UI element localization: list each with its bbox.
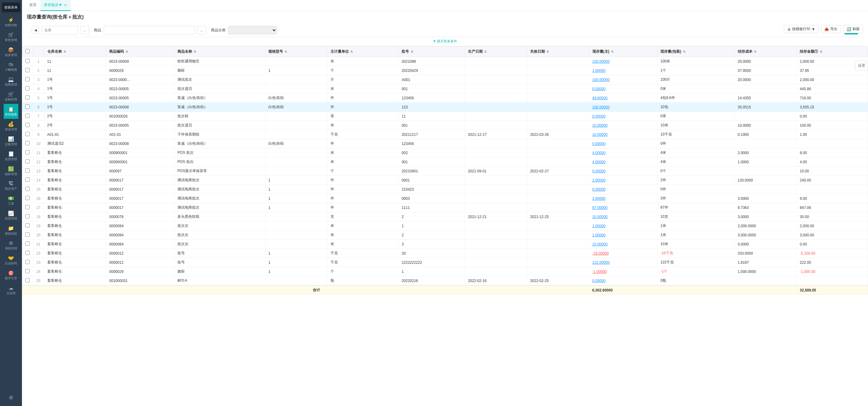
expand-conditions-btn[interactable]: ▼ 展开更多条件: [433, 39, 457, 43]
sidebar-item-sys-mgmt[interactable]: ⚙系统管理: [4, 238, 18, 253]
payroll-icon: 💵: [8, 196, 14, 201]
tab-bar: 首页 库存批次▼ ✕: [22, 0, 868, 11]
basic-info-icon: 📁: [8, 225, 14, 231]
row-checkbox[interactable]: [25, 241, 30, 246]
row-checkbox[interactable]: [25, 141, 30, 145]
product-input[interactable]: [104, 26, 195, 34]
sidebar-item-payroll[interactable]: 💵工资: [4, 193, 18, 208]
gear-icon: ⚙: [9, 395, 13, 401]
category-label: 商品分类: [211, 28, 226, 33]
table-row: 11 畜客粮仓 000900001 POS 批次 米 002 4.00000 4…: [22, 148, 868, 158]
sidebar-item-fixed-assets[interactable]: 🏗固定资产: [4, 178, 18, 193]
table-row: 4 1号 0023-00005 批次遗贝 米 001 0.00000 0米 44…: [22, 84, 868, 94]
settings-panel-btn[interactable]: 设置: [855, 61, 868, 70]
row-checkbox[interactable]: [25, 95, 30, 100]
table-row: 23 畜客粮仓 0000012 批号 1 千克 1222222222 122.0…: [22, 258, 868, 267]
sidebar-item-small-ecom[interactable]: 🛍小畅电商: [4, 59, 18, 74]
sidebar-item-ecom-mgmt[interactable]: 💻电商管理: [4, 74, 18, 89]
row-checkbox[interactable]: [25, 251, 30, 255]
ecom-mgmt-icon: 💻: [8, 76, 14, 82]
small-ecom-icon: 🛍: [8, 62, 13, 67]
table-row: 13 畜客粮仓 000097 POS显示率保异常 个 20210901 2021…: [22, 167, 868, 176]
cloud-apps-icon: ☁: [8, 285, 13, 291]
sidebar-item-inventory-check[interactable]: 📋库存核查: [4, 104, 18, 119]
sidebar-item-ops-mgmt[interactable]: 📈经营管理: [4, 208, 18, 223]
tab-inventory-batch[interactable]: 库存批次▼ ✕: [40, 0, 71, 11]
search-back-btn[interactable]: ◀: [32, 27, 39, 34]
sidebar-item-cloud-apps[interactable]: ☁云应用: [4, 283, 18, 298]
table-row: 16 畜客粮仓 0000017 测试电商批次 1 件 0003 3.00000 …: [22, 194, 868, 203]
row-checkbox[interactable]: [25, 223, 30, 228]
sidebar-item-report-mgmt[interactable]: 📊总账管理: [4, 134, 18, 149]
product-ellipsis-btn[interactable]: ...: [197, 26, 206, 34]
page-actions: 🖨 按模板打印 ▼ 📤 导出 🔄 刷新: [784, 25, 863, 33]
row-checkbox[interactable]: [25, 104, 30, 109]
sidebar-item-quick-nav[interactable]: ⚡快捷导航: [4, 14, 18, 30]
inventory-table: 仓库名称 ⇅ 商品编码 ⇅ 商品名称 ⇅ 规格型号 ⇅ 主计量单位 ⇅ 批号 ⇅…: [22, 46, 868, 295]
th-no: [33, 46, 44, 57]
row-checkbox[interactable]: [25, 232, 30, 237]
row-checkbox[interactable]: [25, 68, 30, 72]
export-icon: 📤: [825, 27, 829, 31]
table-container[interactable]: 仓库名称 ⇅ 商品编码 ⇅ 商品名称 ⇅ 规格型号 ⇅ 主计量单位 ⇅ 批号 ⇅…: [22, 46, 868, 406]
sidebar-item-basic-info[interactable]: 📁基础信息: [4, 223, 18, 238]
report-mgmt-icon: 📊: [8, 136, 14, 142]
th-prod-date: 生产日期 ⇅: [465, 46, 527, 57]
row-checkbox[interactable]: [25, 269, 30, 273]
table-row: 6 1号 0023-00008 富减（白色/灰棕） 白色/灰棕 件 123 10…: [22, 103, 868, 112]
th-unit: 主计量单位 ⇅: [327, 46, 399, 57]
sys-mgmt-icon: ⚙: [9, 240, 13, 246]
refresh-btn[interactable]: 🔄 刷新: [843, 25, 863, 33]
row-checkbox[interactable]: [25, 113, 30, 118]
row-checkbox[interactable]: [25, 159, 30, 164]
sidebar-item-asset-mgmt[interactable]: 💰资金管理: [4, 119, 18, 134]
table-header-row: 仓库名称 ⇅ 商品编码 ⇅ 商品名称 ⇅ 规格型号 ⇅ 主计量单位 ⇅ 批号 ⇅…: [22, 46, 868, 57]
row-checkbox[interactable]: [25, 260, 30, 264]
table-row: 20 畜客粮仓 0000084 批次次 米 2 1.00000 1米 3,000…: [22, 231, 868, 240]
corp-collab-icon: 🤝: [8, 255, 14, 261]
row-checkbox[interactable]: [25, 196, 30, 200]
th-qty-stock: 现存量(包装) ⇅: [657, 46, 735, 57]
th-spec: 规格型号 ⇅: [265, 46, 328, 57]
th-batch: 批号 ⇅: [399, 46, 465, 57]
export-btn[interactable]: 📤 导出: [821, 25, 841, 33]
tab-close-icon[interactable]: ✕: [64, 3, 67, 7]
row-checkbox[interactable]: [25, 205, 30, 209]
sidebar-item-retail-mgmt[interactable]: 🛒零售管理: [4, 30, 18, 44]
sidebar-item-purchase-mgmt[interactable]: 🛒采购管理: [4, 89, 18, 104]
inventory-check-icon: 📋: [8, 106, 14, 112]
select-all-checkbox[interactable]: [25, 49, 30, 53]
fixed-assets-icon: 🏗: [8, 181, 13, 187]
invoice-mgmt-icon: 🧾: [8, 151, 14, 157]
row-checkbox[interactable]: [25, 59, 30, 63]
sidebar-item-tax-mgmt[interactable]: 💹税务管理: [4, 164, 18, 178]
table-row: 5 1号 0023-00005 富减（白色/灰棕） 白色/灰棕 件 123456…: [22, 94, 868, 103]
retail-mgmt-icon: 🛒: [8, 32, 14, 38]
tab-home[interactable]: 首页: [26, 0, 40, 11]
row-checkbox[interactable]: [25, 132, 30, 136]
row-checkbox[interactable]: [25, 278, 30, 282]
table-row: 17 畜客粮仓 0000017 测试电商批次 1 件 1111 87.00000…: [22, 203, 868, 212]
sidebar-item-invoice-mgmt[interactable]: 🧾发票管理: [4, 149, 18, 164]
template-print-btn[interactable]: 🖨 按模板打印 ▼: [784, 25, 818, 33]
sidebar: 搜索菜单 ⚡快捷导航🛒零售管理📦批发管理🛍小畅电商💻电商管理🛒采购管理📋库存核查…: [0, 0, 22, 406]
row-checkbox[interactable]: [25, 214, 30, 218]
sidebar-item-batch-mgmt[interactable]: 📦批发管理: [4, 44, 18, 59]
row-checkbox[interactable]: [25, 168, 30, 173]
row-checkbox[interactable]: [25, 77, 30, 81]
sidebar-item-settings[interactable]: ⚙: [8, 392, 14, 404]
sidebar-item-new-guide[interactable]: 🎯新手引导: [4, 268, 18, 283]
table-row: 3 1号 0023-0000… 测试批次 斤 A001 100.00000 10…: [22, 75, 868, 84]
sidebar-item-corp-collab[interactable]: 🤝企业协同: [4, 253, 18, 268]
row-checkbox[interactable]: [25, 123, 30, 127]
warehouse-input[interactable]: [41, 26, 78, 34]
row-checkbox[interactable]: [25, 187, 30, 191]
table-row: 12 畜客粮仓 000900001 POS 批次 米 001 4.00000 4…: [22, 158, 868, 167]
row-checkbox[interactable]: [25, 150, 30, 155]
category-select[interactable]: [228, 26, 277, 34]
row-checkbox[interactable]: [25, 86, 30, 91]
search-menu-btn[interactable]: 搜索菜单: [2, 2, 20, 12]
warehouse-ellipsis-btn[interactable]: ...: [81, 26, 89, 34]
table-row: 2 11 0000029 旗际 1 个 20220429 1.00000 1个 …: [22, 66, 868, 75]
row-checkbox[interactable]: [25, 177, 30, 182]
